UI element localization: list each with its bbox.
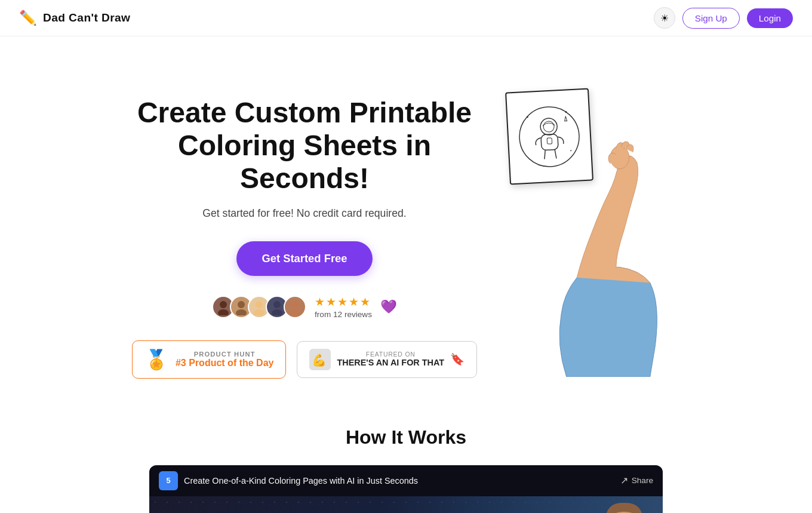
medal-icon: 🏅	[144, 348, 168, 371]
sun-icon: ☀	[660, 13, 669, 24]
ph-product-label: #3 Product of the Day	[176, 358, 273, 368]
heart-icon: 💜	[380, 299, 397, 315]
get-started-button[interactable]: Get Started Free	[236, 241, 372, 276]
how-it-works-title: How It Works	[48, 426, 764, 449]
video-container[interactable]: 5 Create One-of-a-Kind Coloring Pages wi…	[149, 465, 663, 513]
svg-point-2	[238, 301, 245, 308]
video-body	[149, 496, 663, 513]
badges-row: 🏅 PRODUCT HUNT #3 Product of the Day 💪 F…	[119, 340, 490, 379]
hero-subtitle: Get started for free! No credit card req…	[119, 207, 490, 220]
svg-point-5	[254, 309, 264, 315]
arm-svg	[525, 126, 681, 377]
ai-featured-label: FEATURED ON	[337, 351, 444, 358]
nav-actions: ☀ Sign Up Login	[654, 7, 793, 29]
how-it-works-section: How It Works 5 Create One-of-a-Kind Colo…	[0, 403, 812, 513]
navbar: ✏️ Dad Can't Draw ☀ Sign Up Login	[0, 0, 812, 36]
video-title: Create One-of-a-Kind Coloring Pages with…	[184, 476, 418, 486]
channel-number: 5	[166, 476, 170, 485]
video-top-bar: 5 Create One-of-a-Kind Coloring Pages wi…	[149, 465, 663, 496]
bookmark-icon: 🔖	[450, 352, 465, 366]
share-button[interactable]: ↗ Share	[620, 475, 653, 486]
svg-text:💪: 💪	[312, 353, 327, 367]
share-icon: ↗	[620, 475, 628, 486]
share-label: Share	[632, 476, 653, 485]
svg-point-7	[272, 309, 282, 315]
svg-point-6	[273, 301, 281, 308]
svg-point-9	[290, 309, 300, 315]
avatar	[284, 296, 306, 318]
pencil-icon: ✏️	[19, 10, 37, 26]
ph-text: PRODUCT HUNT #3 Product of the Day	[176, 351, 273, 368]
stars: ★★★★★	[315, 295, 371, 309]
hero-content: Create Custom Printable Coloring Sheets …	[119, 72, 490, 379]
product-hunt-badge: 🏅 PRODUCT HUNT #3 Product of the Day	[132, 340, 286, 379]
theme-toggle-button[interactable]: ☀	[654, 7, 675, 29]
signup-button[interactable]: Sign Up	[682, 8, 740, 29]
svg-point-3	[236, 309, 247, 315]
ai-badge: 💪 FEATURED ON THERE'S AN AI FOR THAT 🔖	[297, 341, 477, 378]
svg-point-8	[291, 301, 299, 308]
rating-area: ★★★★★ from 12 reviews	[315, 295, 372, 319]
social-proof: ★★★★★ from 12 reviews 💜	[119, 295, 490, 319]
ai-logo-icon: 💪	[309, 349, 331, 370]
hero-illustration	[490, 72, 693, 377]
ai-tool-name: THERE'S AN AI FOR THAT	[337, 358, 444, 367]
svg-point-1	[218, 309, 229, 315]
reviews-count: from 12 reviews	[315, 310, 372, 319]
ph-label: PRODUCT HUNT	[176, 351, 273, 358]
logo-link[interactable]: ✏️ Dad Can't Draw	[19, 10, 130, 26]
hero-title: Create Custom Printable Coloring Sheets …	[119, 96, 490, 195]
person-illustration	[380, 496, 663, 513]
svg-point-0	[220, 301, 227, 308]
avatar-group	[212, 296, 306, 318]
logo-text: Dad Can't Draw	[43, 11, 130, 24]
video-person	[380, 496, 663, 513]
hero-section: Create Custom Printable Coloring Sheets …	[0, 36, 812, 403]
video-channel-info: 5 Create One-of-a-Kind Coloring Pages wi…	[159, 471, 418, 490]
login-button[interactable]: Login	[747, 8, 793, 28]
channel-logo: 5	[159, 471, 178, 490]
ai-text: FEATURED ON THERE'S AN AI FOR THAT	[337, 351, 444, 367]
svg-point-4	[256, 301, 263, 308]
